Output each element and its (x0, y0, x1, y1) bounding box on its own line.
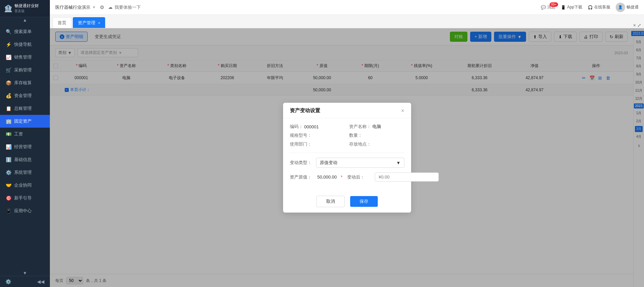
cancel-button[interactable]: 取消 (316, 196, 345, 207)
company-selector[interactable]: 医疗器械行业演示 ▼ (55, 4, 96, 10)
sidebar-item-label: 企业协同 (14, 182, 32, 188)
sidebar-item-system[interactable]: ⚙️ 系统管理 (0, 166, 50, 179)
modal-code-item: 编码： 000001 (290, 124, 345, 130)
content-area: ● 资产明细 变更生成凭证 对账 + 新增 批量操作 ▼ (50, 28, 644, 287)
message-btn[interactable]: 💬 消息 99+ (541, 4, 555, 10)
sidebar-item-app-center[interactable]: 📱 应用中心 (0, 204, 50, 217)
modal-quantity-item: 数量： (349, 132, 404, 138)
search-icon: 🔍 (5, 29, 11, 35)
sidebar-item-basic-info[interactable]: ℹ️ 基础信息 (0, 153, 50, 166)
cloud-icon: ☁ (108, 5, 113, 10)
modal-location-item: 存放地点： (349, 141, 404, 147)
sidebar-item-fixed-assets[interactable]: 🏢 固定资产 (0, 115, 50, 128)
modal-header: 资产变动设置 × (283, 103, 411, 118)
sidebar-item-label: 新手引导 (14, 195, 32, 201)
change-type-label: 变动类型： (290, 160, 313, 166)
quantity-label: 数量： (349, 132, 362, 138)
sidebar-item-cooperation[interactable]: 🤝 企业协同 (0, 179, 50, 192)
finance-icon: 💰 (5, 93, 11, 99)
modal-title: 资产变动设置 (290, 107, 320, 114)
sidebar-bottom: ⚙️ ◀◀ (0, 276, 50, 287)
sidebar-item-label: 资金管理 (14, 93, 32, 99)
sidebar-item-finance[interactable]: 💰 资金管理 (0, 89, 50, 102)
modal-body: 编码： 000001 资产名称： 电脑 规格型号： (283, 118, 411, 192)
sidebar-item-label: 系统管理 (14, 169, 32, 176)
required-star: * (341, 174, 342, 180)
sidebar-item-label: 固定资产 (14, 118, 32, 124)
change-type-select[interactable]: 原值变动 ▼ (316, 158, 404, 168)
tabs-bar: 首页 资产管理 × × ⤢ (50, 15, 644, 28)
sidebar-item-guide[interactable]: 🎯 新手引导 (0, 192, 50, 204)
original-value-label: 资产原值： (290, 174, 313, 180)
sidebar-item-purchase[interactable]: 🛒 采购管理 (0, 64, 50, 76)
ledger-icon: 📋 (5, 105, 11, 111)
fixed-assets-icon: 🏢 (5, 118, 11, 124)
change-type-value: 原值变动 (320, 160, 337, 166)
tab-close-icon[interactable]: × (98, 21, 100, 25)
sidebar-item-label: 销售管理 (14, 54, 32, 60)
location-label: 存放地点： (349, 141, 371, 147)
app-center-icon: 📱 (5, 208, 11, 214)
sidebar-item-label: 应用中心 (14, 208, 32, 214)
tab-window-expand-icon[interactable]: ⤢ (637, 23, 641, 28)
company-dropdown-arrow: ▼ (92, 5, 96, 9)
modal-close-btn[interactable]: × (401, 108, 404, 114)
after-change-label: 变动后： (347, 174, 371, 180)
code-value: 000001 (304, 124, 319, 129)
asset-name-value: 电脑 (372, 124, 381, 130)
sidebar-item-quick-nav[interactable]: ⚡ 快捷导航 (0, 38, 50, 51)
spec-label: 规格型号： (290, 132, 312, 138)
headset-icon: 🎧 (588, 5, 593, 10)
sidebar-item-label: 总账管理 (14, 105, 32, 111)
system-icon: ⚙️ (5, 169, 11, 176)
quick-nav-icon: ⚡ (5, 41, 11, 47)
app-name: 畅捷通好业财 (14, 3, 39, 9)
settings-gear-icon[interactable]: ⚙ (100, 4, 104, 10)
message-badge: 99+ (550, 2, 558, 7)
sidebar-item-operations[interactable]: 📊 经营管理 (0, 140, 50, 153)
modal-asset-name-item: 资产名称： 电脑 (349, 124, 404, 130)
avatar: 👤 (616, 3, 625, 12)
asset-change-modal: 资产变动设置 × 编码： 000001 资产名称： 电脑 (283, 103, 411, 213)
sidebar-item-label: 快捷导航 (14, 41, 32, 47)
settings-icon[interactable]: ⚙️ (5, 279, 11, 284)
save-button[interactable]: 保存 (350, 196, 378, 207)
sidebar-item-payroll[interactable]: 💵 工资 (0, 128, 50, 140)
customer-service-btn[interactable]: 🎧 在线客服 (588, 4, 610, 10)
sidebar-item-ledger[interactable]: 📋 总账管理 (0, 102, 50, 115)
sales-icon: 📈 (5, 54, 11, 60)
sidebar-item-label: 库存核算 (14, 80, 32, 86)
sidebar-scroll-down[interactable]: ▼ (0, 270, 50, 276)
sidebar-item-search[interactable]: 🔍 搜索菜单 (0, 25, 50, 38)
collapse-icon[interactable]: ◀◀ (37, 279, 44, 284)
modal-divider (290, 153, 404, 153)
main-area: 医疗器械行业演示 ▼ ⚙ ☁ 我要体验一下 💬 消息 99+ 📱 App下载 (50, 0, 644, 287)
sidebar-item-inventory[interactable]: 📦 库存核算 (0, 76, 50, 89)
guide-icon: 🎯 (5, 195, 11, 201)
user-profile[interactable]: 👤 畅捷通 (616, 3, 639, 12)
sidebar: 🏦 畅捷通好业财 普及版 ▲ 🔍 搜索菜单 ⚡ 快捷导航 📈 销售管理 🛒 (0, 0, 50, 287)
sidebar-logo: 🏦 畅捷通好业财 普及版 (0, 0, 50, 17)
tab-asset-label: 资产管理 (78, 20, 95, 26)
change-type-row: 变动类型： 原值变动 ▼ (290, 158, 404, 168)
dept-label: 使用部门： (290, 141, 312, 147)
modal-overlay: 资产变动设置 × 编码： 000001 资产名称： 电脑 (50, 28, 644, 287)
after-change-input[interactable] (375, 172, 439, 182)
sidebar-item-sales[interactable]: 📈 销售管理 (0, 51, 50, 64)
message-icon: 💬 (541, 5, 546, 10)
app-edition: 普及版 (14, 9, 39, 13)
sidebar-item-label: 采购管理 (14, 67, 32, 73)
app-download-btn[interactable]: 📱 App下载 (561, 4, 582, 10)
payroll-icon: 💵 (5, 131, 11, 137)
tab-window-close-icon[interactable]: × (633, 23, 636, 28)
tab-home-label: 首页 (58, 20, 66, 26)
operations-icon: 📊 (5, 144, 11, 150)
original-value-display: 50,000.00 (317, 174, 337, 180)
sidebar-scroll-up[interactable]: ▲ (0, 17, 50, 23)
tab-asset-management[interactable]: 资产管理 × (73, 17, 105, 28)
original-value-row: 资产原值： 50,000.00 * 变动后： (290, 172, 404, 182)
sidebar-item-label: 基础信息 (14, 157, 32, 163)
experience-btn[interactable]: ☁ 我要体验一下 (108, 4, 141, 10)
tab-home[interactable]: 首页 (53, 17, 71, 28)
company-name: 医疗器械行业演示 (55, 4, 90, 10)
